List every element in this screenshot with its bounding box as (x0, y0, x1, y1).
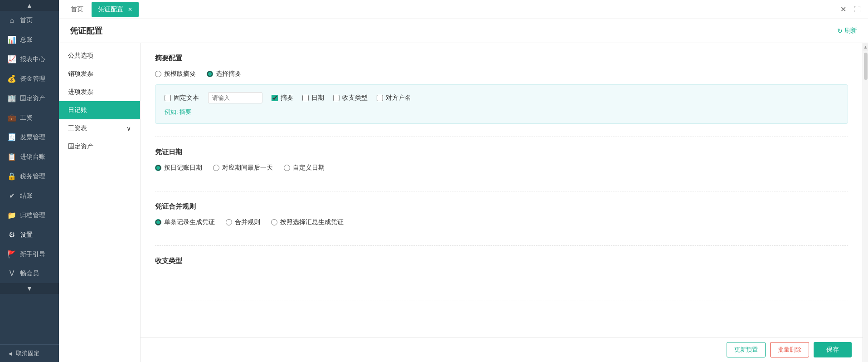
radio-custom-date-input[interactable] (284, 165, 290, 171)
radio-last-day-period-input[interactable] (213, 165, 219, 171)
checkbox-fixed-text-input[interactable] (165, 95, 171, 101)
sidebar-item-report[interactable]: 📈 报表中心 (0, 49, 59, 69)
radio-merge-rule-input[interactable] (226, 219, 232, 225)
checkbox-income-type-input[interactable] (333, 95, 339, 101)
radio-merge-rule-label: 合并规则 (235, 218, 260, 226)
section-summary: 摘要配置 按模版摘要 选择摘要 (155, 54, 848, 137)
content-area: 凭证配置 ↻ 刷新 公共选项 销项发票 进项发票 日记账 (59, 19, 868, 362)
checkbox-counterpart[interactable]: 对方户名 (377, 94, 411, 102)
sidebar-item-fund-label: 资金管理 (20, 75, 45, 83)
window-maximize-button[interactable]: ⛶ (852, 4, 863, 15)
sidebar: ▲ ⌂ 首页 📊 总账 📈 报表中心 💰 资金管理 🏢 固定资产 💼 工资 🧾 … (0, 0, 59, 362)
sidebar-item-salary[interactable]: 💼 工资 (0, 108, 59, 127)
left-nav-journal-label: 日记账 (68, 106, 87, 114)
radio-single-record-input[interactable] (155, 219, 161, 225)
inner-layout: 公共选项 销项发票 进项发票 日记账 工资表 ∨ 固定资产 (59, 43, 868, 362)
main-area: 首页 凭证配置 ✕ ✕ ⛶ 凭证配置 ↻ 刷新 公共选项 (59, 0, 868, 362)
left-nav-journal[interactable]: 日记账 (59, 101, 140, 119)
sidebar-item-invoice-mgmt[interactable]: 🧾 发票管理 (0, 127, 59, 147)
checkbox-counterpart-input[interactable] (377, 95, 383, 101)
batch-delete-button[interactable]: 批量删除 (770, 342, 809, 357)
section-summary-title: 摘要配置 (155, 54, 848, 63)
tab-bar: 首页 凭证配置 ✕ ✕ ⛶ (59, 0, 868, 19)
checkbox-date[interactable]: 日期 (302, 94, 324, 102)
radio-select-summary[interactable]: 选择摘要 (207, 70, 241, 78)
sidebar-item-archive-label: 归档管理 (20, 211, 45, 220)
bottom-actions: 更新预置 批量删除 保存 (141, 337, 863, 362)
sidebar-item-guide[interactable]: 🚩 新手引导 (0, 245, 59, 264)
radio-custom-date-label: 自定义日期 (293, 164, 325, 172)
fund-icon: 💰 (7, 74, 16, 83)
left-nav-public[interactable]: 公共选项 (59, 47, 140, 65)
scrollbar[interactable]: ▲ (863, 43, 868, 362)
section-merge-rule-title: 凭证合并规则 (155, 202, 848, 211)
radio-last-day-period[interactable]: 对应期间最后一天 (213, 164, 273, 172)
chevron-down-icon: ∨ (126, 125, 131, 132)
sidebar-item-close[interactable]: ✔ 结账 (0, 186, 59, 205)
scroll-thumb[interactable] (864, 53, 868, 80)
left-nav-purchase-invoice-label: 进项发票 (68, 88, 93, 96)
radio-custom-date[interactable]: 自定义日期 (284, 164, 325, 172)
sidebar-item-purchase-sales[interactable]: 📋 进销台账 (0, 147, 59, 166)
radio-single-record[interactable]: 单条记录生成凭证 (155, 218, 215, 226)
sidebar-item-guide-label: 新手引导 (20, 250, 45, 259)
radio-template-summary-input[interactable] (155, 71, 161, 77)
window-close-button[interactable]: ✕ (839, 3, 848, 15)
sidebar-item-settings-label: 设置 (20, 231, 33, 239)
sidebar-scroll-up[interactable]: ▲ (0, 0, 59, 11)
salary-icon: 💼 (7, 113, 16, 122)
update-preview-button[interactable]: 更新预置 (727, 342, 766, 357)
summary-checkbox-row: 固定文本 摘要 日期 (165, 92, 839, 103)
left-nav-purchase-invoice[interactable]: 进项发票 (59, 83, 140, 101)
radio-by-journal-date-input[interactable] (155, 165, 161, 171)
sidebar-item-tax-label: 税务管理 (20, 172, 45, 181)
section-income-type: 收支类型 (155, 257, 848, 300)
radio-by-journal-date[interactable]: 按日记账日期 (155, 164, 202, 172)
checkbox-income-type[interactable]: 收支类型 (333, 94, 368, 102)
radio-by-selection-input[interactable] (271, 219, 277, 225)
sidebar-item-tax[interactable]: 🔒 税务管理 (0, 166, 59, 186)
sidebar-item-archive[interactable]: 📁 归档管理 (0, 205, 59, 225)
radio-template-summary[interactable]: 按模版摘要 (155, 70, 196, 78)
left-nav-public-label: 公共选项 (68, 52, 93, 60)
checkbox-summary[interactable]: 摘要 (272, 94, 293, 102)
sidebar-item-ledger-label: 总账 (20, 36, 33, 44)
tab-voucher-close[interactable]: ✕ (128, 6, 132, 13)
sidebar-item-ledger[interactable]: 📊 总账 (0, 30, 59, 49)
left-nav-sales-invoice[interactable]: 销项发票 (59, 65, 140, 83)
page-title: 凭证配置 (70, 25, 102, 36)
sidebar-item-fund[interactable]: 💰 资金管理 (0, 69, 59, 88)
left-nav-payroll[interactable]: 工资表 ∨ (59, 119, 140, 137)
radio-select-summary-input[interactable] (207, 71, 213, 77)
tab-voucher[interactable]: 凭证配置 ✕ (92, 2, 139, 17)
refresh-icon: ↻ (837, 27, 843, 34)
tab-home[interactable]: 首页 (64, 2, 90, 17)
sidebar-item-member[interactable]: V 畅会员 (0, 264, 59, 283)
tax-icon: 🔒 (7, 172, 16, 181)
left-nav-fixed-assets[interactable]: 固定资产 (59, 137, 140, 156)
left-nav-payroll-label: 工资表 (68, 124, 87, 132)
unpin-icon: ◄ (7, 350, 13, 357)
checkbox-date-label: 日期 (311, 94, 324, 102)
radio-last-day-period-label: 对应期间最后一天 (222, 164, 273, 172)
summary-example: 例如: 摘要 (165, 108, 839, 116)
sidebar-item-settings[interactable]: ⚙ 设置 (0, 225, 59, 245)
sidebar-item-close-label: 结账 (20, 192, 33, 200)
section-voucher-date-title: 凭证日期 (155, 148, 848, 157)
sidebar-scroll-down[interactable]: ▼ (0, 283, 59, 294)
sidebar-item-home[interactable]: ⌂ 首页 (0, 11, 59, 30)
scroll-up-arrow[interactable]: ▲ (863, 43, 868, 51)
refresh-button[interactable]: ↻ 刷新 (837, 27, 857, 35)
sidebar-item-asset[interactable]: 🏢 固定资产 (0, 88, 59, 108)
checkbox-date-input[interactable] (302, 95, 309, 101)
radio-merge-rule[interactable]: 合并规则 (226, 218, 260, 226)
save-button[interactable]: 保存 (814, 342, 852, 357)
fixed-text-input[interactable] (208, 92, 262, 103)
sidebar-item-invoice-label: 发票管理 (20, 133, 45, 142)
checkbox-summary-input[interactable] (272, 95, 278, 101)
merge-rule-radio-group: 单条记录生成凭证 合并规则 按照选择汇总生成凭证 (155, 218, 848, 226)
checkbox-fixed-text[interactable]: 固定文本 (165, 94, 199, 102)
radio-by-selection[interactable]: 按照选择汇总生成凭证 (271, 218, 344, 226)
sidebar-unpin-button[interactable]: ◄ 取消固定 (0, 344, 59, 362)
radio-by-journal-date-label: 按日记账日期 (164, 164, 202, 172)
